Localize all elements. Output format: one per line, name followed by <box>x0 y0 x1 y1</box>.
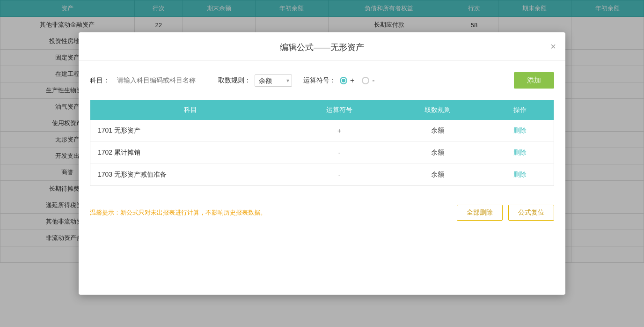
modal-overlay: 编辑公式——无形资产 × 科目： 取数规则： 余额 <box>0 0 644 327</box>
subject-label: 科目： <box>90 76 110 85</box>
reset-formula-button[interactable]: 公式复位 <box>508 205 554 221</box>
col-header-operator: 运算符号 <box>290 100 388 120</box>
table-row: 1702 累计摊销 - 余额 删除 <box>90 142 554 164</box>
fetch-rule-group: 取数规则： 余额 <box>218 74 292 87</box>
formula-table: 科目 运算符号 取数规则 操作 1701 无形资产 + 余额 删除 <box>90 100 554 186</box>
cell-rule: 余额 <box>388 120 487 142</box>
radio-minus-button[interactable] <box>362 77 369 84</box>
table-row: 1701 无形资产 + 余额 删除 <box>90 120 554 142</box>
cell-action: 删除 <box>486 142 554 164</box>
delete-button-2[interactable]: 删除 <box>513 149 527 157</box>
cell-rule: 余额 <box>388 142 487 164</box>
radio-plus-item[interactable]: + <box>340 76 354 85</box>
delete-button-1[interactable]: 删除 <box>513 126 527 135</box>
operator-radio-group: + - <box>340 76 375 85</box>
cell-rule: 余额 <box>388 164 487 186</box>
delete-button-3[interactable]: 删除 <box>513 171 527 179</box>
cell-subject: 1701 无形资产 <box>90 120 291 142</box>
subject-field-group: 科目： <box>90 74 207 86</box>
fetch-rule-select-wrapper: 余额 <box>255 74 292 87</box>
cell-operator: - <box>290 164 388 186</box>
modal-close-button[interactable]: × <box>550 42 556 51</box>
fetch-rule-label: 取数规则： <box>218 76 251 85</box>
modal-header: 编辑公式——无形资产 × <box>79 32 565 61</box>
modal-body: 科目： 取数规则： 余额 运算符号： <box>79 61 565 197</box>
edit-formula-modal: 编辑公式——无形资产 × 科目： 取数规则： 余额 <box>79 32 565 295</box>
col-header-subject: 科目 <box>90 100 291 120</box>
formula-form-row: 科目： 取数规则： 余额 运算符号： <box>90 72 554 89</box>
radio-plus-label: + <box>350 76 354 85</box>
footer-tip: 温馨提示：新公式只对未出报表进行计算，不影响历史报表数据。 <box>90 208 266 217</box>
delete-all-button[interactable]: 全部删除 <box>457 205 503 221</box>
radio-minus-label: - <box>372 76 374 85</box>
table-row: 1703 无形资产减值准备 - 余额 删除 <box>90 164 554 186</box>
fetch-rule-select[interactable]: 余额 <box>255 74 292 87</box>
cell-operator: + <box>290 120 388 142</box>
modal-title: 编辑公式——无形资产 <box>280 43 364 52</box>
cell-operator: - <box>290 142 388 164</box>
modal-footer: 温馨提示：新公式只对未出报表进行计算，不影响历史报表数据。 全部删除 公式复位 <box>79 197 565 230</box>
cell-subject: 1703 无形资产减值准备 <box>90 164 291 186</box>
radio-plus-button[interactable] <box>340 77 347 84</box>
operator-label: 运算符号： <box>303 76 336 85</box>
col-header-action: 操作 <box>486 100 554 120</box>
cell-subject: 1702 累计摊销 <box>90 142 291 164</box>
cell-action: 删除 <box>486 164 554 186</box>
cell-action: 删除 <box>486 120 554 142</box>
add-button[interactable]: 添加 <box>514 72 554 89</box>
operator-group: 运算符号： + - <box>303 76 375 85</box>
subject-input[interactable] <box>113 74 207 86</box>
footer-buttons: 全部删除 公式复位 <box>457 205 554 221</box>
table-header-row: 科目 运算符号 取数规则 操作 <box>90 100 554 120</box>
radio-minus-item[interactable]: - <box>362 76 374 85</box>
col-header-rule: 取数规则 <box>388 100 487 120</box>
